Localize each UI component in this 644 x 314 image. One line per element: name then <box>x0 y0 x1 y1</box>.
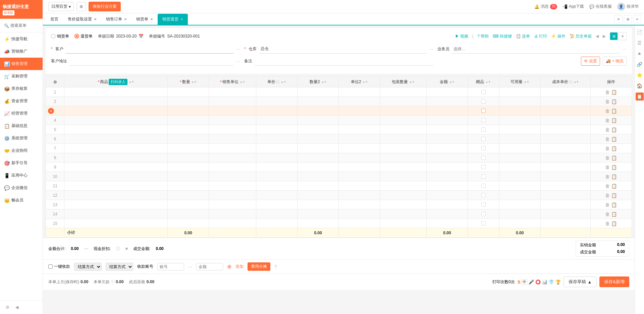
qty-cell[interactable] <box>168 87 209 97</box>
staff-input[interactable] <box>452 44 620 54</box>
gift-cell[interactable] <box>468 163 499 172</box>
gift-cell[interactable] <box>468 200 499 209</box>
delete-row-icon[interactable]: 🗑 <box>605 155 610 161</box>
cost-price-cell[interactable] <box>540 191 590 200</box>
product-cell[interactable] <box>64 181 168 191</box>
available-cell[interactable] <box>499 209 540 219</box>
product-cell[interactable] <box>64 87 168 97</box>
gift-cell-h[interactable] <box>468 106 499 116</box>
product-cell[interactable] <box>64 191 168 200</box>
product-cell[interactable] <box>64 144 168 153</box>
copy-row-icon[interactable]: 📋 <box>611 193 617 198</box>
action-history[interactable]: 📜 历史单据 <box>570 34 592 39</box>
delete-row-icon[interactable]: 🗑 <box>605 183 610 189</box>
add-row-btn[interactable]: + <box>48 108 54 114</box>
unit-price-cell[interactable] <box>256 153 298 163</box>
shirt-icon[interactable]: 👕 <box>549 279 554 285</box>
sale-unit-cell[interactable] <box>209 134 256 144</box>
action-video[interactable]: ▶ 视频 <box>455 34 468 39</box>
amount-cell[interactable] <box>426 209 468 219</box>
action-select-order[interactable]: 📋 选单 <box>516 34 530 39</box>
unit2-cell[interactable] <box>339 97 380 106</box>
date-value[interactable]: 2023-03-20 <box>116 34 137 39</box>
gift-cell[interactable] <box>468 87 499 97</box>
scan-input-btn[interactable]: 扫码录入 <box>109 79 127 85</box>
delete-row-icon[interactable]: 🗑 <box>605 146 610 151</box>
tab-list-btn[interactable]: ≡ <box>633 15 641 23</box>
gift-cell[interactable] <box>468 219 499 228</box>
qty2-cell[interactable] <box>298 97 339 106</box>
qty-cell[interactable] <box>168 181 209 191</box>
unit-price-cell[interactable] <box>256 116 298 125</box>
sort-qty2[interactable]: ▲▼ <box>321 80 327 83</box>
industry-select[interactable]: 日用百货 ▾ <box>48 2 74 11</box>
tab-close-all-btn[interactable]: ✕ <box>614 15 623 23</box>
unit-price-cell[interactable] <box>256 125 298 134</box>
cost-price-cell[interactable] <box>540 125 590 134</box>
gift-cell[interactable] <box>468 191 499 200</box>
calendar-icon[interactable]: 📅 <box>139 34 144 39</box>
available-cell-h[interactable] <box>499 106 540 116</box>
view-grid-btn[interactable]: ⊞ <box>610 32 618 40</box>
delete-row-h-icon[interactable]: 🗑 <box>605 108 610 114</box>
topbar-settings-btn[interactable]: ⚙ <box>76 2 86 11</box>
qty-cell[interactable] <box>168 125 209 134</box>
available-cell[interactable] <box>499 191 540 200</box>
unit2-cell[interactable] <box>339 116 380 125</box>
amount-cell[interactable] <box>426 172 468 181</box>
copy-row-icon[interactable]: 📋 <box>611 155 617 161</box>
qty2-cell[interactable] <box>298 116 339 125</box>
pack-qty-cell[interactable] <box>380 134 427 144</box>
qty-cell[interactable] <box>168 153 209 163</box>
cost-price-cell[interactable] <box>540 172 590 181</box>
cost-price-cell[interactable] <box>540 144 590 153</box>
th-settings[interactable]: ⚙ <box>46 77 64 87</box>
amount-cell[interactable] <box>426 219 468 228</box>
unit2-cell[interactable] <box>339 87 380 97</box>
tab-grid-btn[interactable]: ⊞ <box>624 15 632 23</box>
qty-cell[interactable] <box>168 116 209 125</box>
qty-cell[interactable] <box>168 200 209 209</box>
save-new-btn[interactable]: 保存&新增 <box>599 276 629 287</box>
pack-qty-cell[interactable] <box>380 153 427 163</box>
pack-qty-cell[interactable] <box>380 116 427 125</box>
rp-icon-2[interactable]: ☰ <box>636 39 644 47</box>
nav-purchase[interactable]: 🛒 采购管理 <box>0 70 43 82</box>
calc-select[interactable]: 结算方式 <box>106 263 133 271</box>
warehouse-input[interactable] <box>259 44 427 54</box>
tab-home[interactable]: 首页 <box>46 14 63 25</box>
available-cell[interactable] <box>499 125 540 134</box>
unit2-cell[interactable] <box>339 134 380 144</box>
product-cell[interactable] <box>64 153 168 163</box>
pack-qty-cell[interactable] <box>380 125 427 134</box>
cost-price-cell[interactable] <box>540 134 590 144</box>
unit2-cell[interactable] <box>339 191 380 200</box>
qty-cell[interactable] <box>168 209 209 219</box>
sale-unit-cell[interactable] <box>209 209 256 219</box>
rp-icon-4[interactable]: 🔗 <box>636 60 644 68</box>
sort-amount[interactable]: ▲▼ <box>449 80 454 83</box>
amount-cell[interactable] <box>426 181 468 191</box>
pack-qty-cell[interactable] <box>380 209 427 219</box>
delete-row-icon[interactable]: 🗑 <box>605 202 610 207</box>
pack-qty-cell[interactable] <box>380 200 427 209</box>
qty2-cell[interactable] <box>298 200 339 209</box>
rp-icon-7[interactable]: 📋 <box>636 92 644 101</box>
unit-price-cell[interactable] <box>256 134 298 144</box>
fee-split-btn[interactable]: 费用分摊 <box>248 262 270 271</box>
tab-sale-goods-close[interactable]: ✕ <box>150 17 153 21</box>
copy-row-h-icon[interactable]: 📋 <box>611 108 617 114</box>
amount-cell[interactable] <box>426 97 468 106</box>
product-cell[interactable] <box>64 200 168 209</box>
product-cell-input[interactable] <box>64 106 168 116</box>
pack-qty-cell[interactable] <box>380 163 427 172</box>
unit-price-cell[interactable] <box>256 144 298 153</box>
sale-unit-cell[interactable] <box>209 125 256 134</box>
copy-row-icon[interactable]: 📋 <box>611 221 617 226</box>
unit-price-cell[interactable] <box>256 97 298 106</box>
unit2-cell[interactable] <box>339 153 380 163</box>
gift-cell[interactable] <box>468 209 499 219</box>
tab-sale-order[interactable]: 销售订单 ✕ <box>101 14 131 25</box>
amount-cell[interactable] <box>426 125 468 134</box>
qty2-cell[interactable] <box>298 153 339 163</box>
